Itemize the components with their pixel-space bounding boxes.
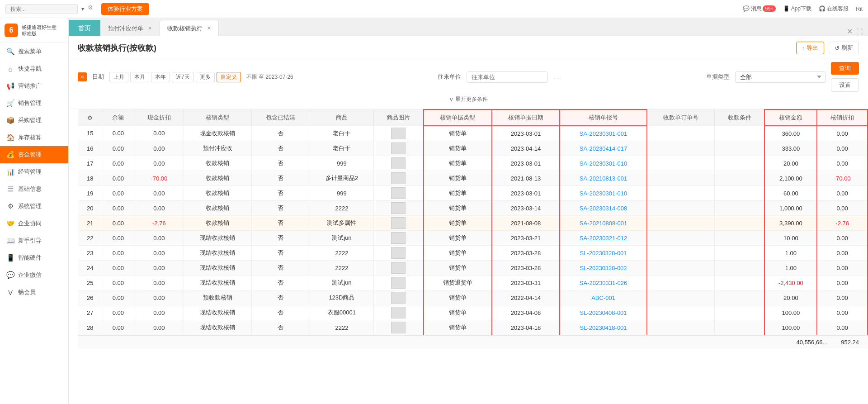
row-goods: 123D商品 [310, 290, 374, 305]
row-goods-image [373, 171, 424, 186]
bill-no-link[interactable]: SA-20230301-001 [580, 130, 627, 137]
row-goods: 测试jun [310, 276, 374, 290]
row-writeoff-bill-no: ABC-001 [560, 290, 646, 305]
date-range: 不限 至 2023-07-26 [246, 73, 293, 81]
table-row: 28 0.00 0.00 现结收款核销 否 2222 销货单 2023-04-1… [78, 320, 868, 335]
sidebar-item-smarthw[interactable]: 📱 智能硬件 [0, 249, 68, 266]
row-writeoff-discount: 0.00 [817, 126, 868, 141]
window-close-icon[interactable]: ✕ [847, 27, 853, 36]
tab-receipt-close[interactable]: ✕ [207, 25, 211, 31]
refresh-button[interactable]: ↺ 刷新 [829, 42, 859, 54]
sidebar-item-purchase[interactable]: 📦 采购管理 [0, 112, 68, 129]
sidebar-item-wechat[interactable]: 💬 企业微信 [0, 266, 68, 284]
date-btn-this-year[interactable]: 本年 [151, 72, 170, 82]
window-maximize-icon[interactable]: ⛶ [856, 28, 863, 35]
date-btn-this-month[interactable]: 本月 [130, 72, 149, 82]
bill-no-link[interactable]: SA-20230321-012 [580, 235, 627, 242]
row-no: 24 [78, 261, 102, 276]
row-balance: 0.00 [102, 186, 134, 201]
row-goods: 老白干 [310, 126, 374, 141]
industry-btn[interactable]: 体验行业方案 [101, 3, 149, 15]
bill-no-link[interactable]: SL-20230418-001 [580, 324, 627, 331]
sidebar-label-corp: 企业协同 [18, 219, 42, 228]
row-receipt-condition [715, 156, 765, 171]
expand-more-btn[interactable]: ∨ 展开更多条件 [449, 95, 488, 103]
bill-no-link[interactable]: SA-20230301-010 [580, 190, 627, 197]
row-writeoff-bill-no: SA-20230301-010 [560, 156, 646, 171]
col-gear[interactable]: ⚙ [78, 109, 102, 126]
sidebar-item-finance[interactable]: 💰 资金管理 [0, 146, 68, 163]
sidebar-item-basic[interactable]: ☰ 基础信息 [0, 181, 68, 198]
table-area[interactable]: ⚙ 余额 现金折扣 核销类型 包含已结清 商品 商品图片 核销单据类型 核销单据… [69, 109, 868, 404]
tab-home[interactable]: 首页 [69, 20, 100, 36]
row-receipt-order-no [647, 201, 715, 216]
inventory-icon: 🏠 [6, 133, 14, 142]
row-goods-image [373, 186, 424, 201]
tab-receipt-writeoff[interactable]: 收款核销执行 ✕ [160, 20, 219, 36]
row-receipt-condition [715, 261, 765, 276]
sidebar-item-member[interactable]: V 畅会员 [0, 284, 68, 301]
top-bar: ▾ ⚙ 体验行业方案 💬 消息99+ 📱 App下载 🎧 在线客服 Rit [0, 0, 868, 18]
app-download[interactable]: 📱 App下载 [783, 5, 811, 13]
sidebar-item-sys[interactable]: ⚙ 系统管理 [0, 198, 68, 215]
sidebar-item-sales[interactable]: 🛒 销售管理 [0, 95, 68, 112]
table-row: 19 0.00 0.00 收款核销 否 999 销货单 2023-03-01 S… [78, 186, 868, 201]
date-label: 日期 [92, 73, 104, 81]
row-receipt-order-no [647, 156, 715, 171]
basic-icon: ☰ [6, 185, 14, 193]
row-receipt-order-no [647, 305, 715, 320]
date-btn-custom[interactable]: 自定义 [217, 72, 241, 82]
bill-no-link[interactable]: ABC-001 [591, 295, 615, 301]
row-writeoff-bill-no: SL-20230328-002 [560, 261, 646, 276]
bill-no-link[interactable]: SA-20230331-026 [580, 280, 627, 286]
tab-prepay[interactable]: 预付冲应付单 ✕ [100, 20, 160, 36]
setting-button[interactable]: 设置 [831, 78, 859, 92]
export-button[interactable]: ↑ 导出 [796, 42, 825, 54]
filter-expand-arrow[interactable]: » [78, 72, 87, 81]
user-label: Rit [856, 6, 863, 12]
bill-no-link[interactable]: SA-20230301-010 [580, 160, 627, 167]
row-goods: 老白干 [310, 141, 374, 156]
sidebar-label-inventory: 库存核算 [18, 133, 42, 142]
row-receipt-condition [715, 276, 765, 290]
row-no: 27 [78, 305, 102, 320]
row-goods-image [373, 231, 424, 246]
total-discount-label: 952.24 [841, 339, 859, 346]
bill-no-link[interactable]: SA-20210813-001 [580, 175, 627, 182]
dots-icon[interactable]: ... [553, 73, 562, 81]
dropdown-icon[interactable]: ▾ [81, 6, 84, 12]
receipt-type-select[interactable]: 全部 [735, 71, 826, 83]
bill-no-link[interactable]: SA-20210808-001 [580, 220, 627, 227]
filter-row-1: » 日期 上月 本月 本年 近7天 更多 自定义 不限 至 2023-07-26… [78, 62, 859, 92]
search-menu-icon: 🔍 [6, 48, 14, 56]
row-balance: 0.00 [102, 290, 134, 305]
sidebar-item-corp[interactable]: 🤝 企业协同 [0, 215, 68, 232]
bill-no-link[interactable]: SA-20230414-017 [580, 145, 627, 152]
gear-icon[interactable]: ⚙ [88, 4, 98, 14]
bill-no-link[interactable]: SL-20230328-002 [580, 265, 627, 271]
bill-no-link[interactable]: SL-20230408-001 [580, 309, 627, 316]
date-btn-7days[interactable]: 近7天 [172, 72, 194, 82]
sidebar-item-biz[interactable]: 📊 经营管理 [0, 163, 68, 181]
online-service[interactable]: 🎧 在线客服 [819, 5, 849, 13]
date-btn-last-month[interactable]: 上月 [109, 72, 128, 82]
bill-no-link[interactable]: SL-20230328-001 [580, 250, 627, 257]
sidebar-item-search-menu[interactable]: 🔍 搜索菜单 [0, 43, 68, 60]
query-button[interactable]: 查询 [831, 62, 859, 75]
marketing-icon: 📢 [6, 82, 14, 90]
sidebar-item-inventory[interactable]: 🏠 库存核算 [0, 129, 68, 146]
search-input[interactable] [5, 4, 78, 14]
tab-prepay-close[interactable]: ✕ [148, 25, 152, 31]
col-writeoff-discount: 核销折扣 [817, 109, 868, 126]
sidebar-item-quick-nav[interactable]: ⌂ 快捷导航 [0, 60, 68, 77]
bill-no-link[interactable]: SA-20230314-008 [580, 205, 627, 212]
from-to-label: 往来单位 [438, 73, 461, 81]
message-icon[interactable]: 💬 消息99+ [743, 5, 776, 13]
row-balance: 0.00 [102, 320, 134, 335]
layout: 6 畅捷通谱好生意 标准版 🔍 搜索菜单 ⌂ 快捷导航 📢 营销推广 🛒 销售管… [0, 18, 868, 404]
sidebar-item-beginner[interactable]: 📖 新手引导 [0, 232, 68, 249]
sidebar-label-wechat: 企业微信 [18, 271, 42, 279]
sidebar-item-marketing[interactable]: 📢 营销推广 [0, 77, 68, 95]
from-to-input[interactable] [467, 71, 548, 83]
date-btn-more[interactable]: 更多 [196, 72, 215, 82]
